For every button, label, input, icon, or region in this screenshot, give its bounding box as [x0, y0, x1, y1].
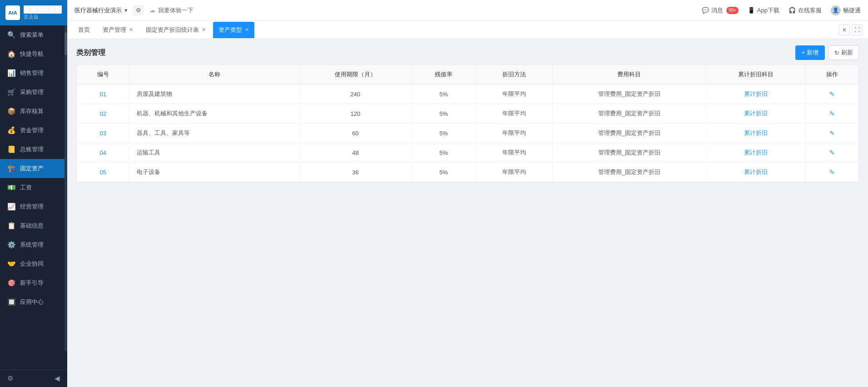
nav-label-fixed-assets: 固定资产 [20, 164, 44, 173]
nav-icon-funds: 💰 [7, 126, 15, 134]
cell-action[interactable]: ✎ [806, 84, 858, 104]
cell-action[interactable]: ✎ [806, 143, 858, 163]
refresh-icon: ↻ [834, 50, 839, 56]
nav-label-guide: 新手引导 [20, 279, 44, 287]
tab-固定资产折旧统计表[interactable]: 固定资产折旧统计表✕ [140, 22, 211, 38]
nav-label-funds: 资金管理 [20, 126, 44, 134]
col-累计折旧科目: 累计折旧科目 [706, 65, 806, 84]
nav-icon-purchase: 🛒 [7, 88, 15, 96]
cell-action[interactable]: ✎ [806, 163, 858, 182]
nav-icon-inventory: 📦 [7, 107, 15, 115]
notifications-badge: 99+ [726, 7, 739, 14]
app-logo: AtA 畅捷通好业财 普及版 [0, 0, 67, 25]
settings-icon[interactable]: ⚙ [7, 374, 13, 382]
tab-close-icon[interactable]: ✕ [202, 27, 206, 33]
sidebar-item-operations[interactable]: 📈 经营管理 [0, 197, 67, 216]
tab-label: 资产类型 [218, 26, 242, 34]
tab-label: 资产管理 [103, 26, 126, 34]
cell-action[interactable]: ✎ [806, 104, 858, 124]
sidebar-item-quick-nav[interactable]: 🏠 快捷导航 [0, 45, 67, 64]
topbar: 医疗器械行业演示 ▾ ⚙ ☁ 我要体验一下 💬 消息 99+ 📱 App下载 🎧… [67, 0, 868, 21]
online-service-item[interactable]: 🎧 在线客服 [789, 6, 822, 15]
experience-btn[interactable]: ☁ 我要体验一下 [149, 6, 193, 15]
cell-expense: 管理费用_固定资产折旧 [553, 104, 706, 124]
tabs-right-controls: ✕ ⛶ [839, 25, 863, 35]
cell-accumulated: 累计折旧 [706, 143, 806, 163]
company-name: 医疗器械行业演示 [74, 6, 122, 15]
tab-首页[interactable]: 首页 [73, 22, 95, 38]
sidebar-item-sales[interactable]: 📊 销售管理 [0, 64, 67, 83]
edit-icon[interactable]: ✎ [829, 90, 835, 98]
col-操作: 操作 [806, 65, 858, 84]
company-selector[interactable]: 医疗器械行业演示 ▾ [74, 6, 128, 15]
tab-资产管理[interactable]: 资产管理✕ [97, 22, 139, 38]
user-avatar: 👤 [831, 5, 841, 15]
sidebar-item-purchase[interactable]: 🛒 采购管理 [0, 83, 67, 102]
tab-close-icon[interactable]: ✕ [129, 27, 133, 33]
refresh-button[interactable]: ↻ 刷新 [828, 45, 859, 60]
nav-label-operations: 经营管理 [20, 203, 44, 211]
new-button[interactable]: + 新增 [795, 45, 825, 60]
company-dropdown-icon[interactable]: ▾ [124, 7, 128, 14]
expand-tab-btn[interactable]: ⛶ [852, 25, 863, 35]
edit-icon[interactable]: ✎ [829, 169, 835, 176]
sidebar-item-fixed-assets[interactable]: 🏗️ 固定资产 [0, 159, 67, 178]
nav-label-purchase: 采购管理 [20, 88, 44, 96]
edit-icon[interactable]: ✎ [829, 129, 835, 137]
cell-residual: 5% [411, 104, 476, 124]
nav-label-search: 搜索菜单 [20, 31, 44, 39]
user-item[interactable]: 👤 畅捷通 [831, 5, 861, 15]
table-row: 04运输工具485%年限平均管理费用_固定资产折旧累计折旧✎ [77, 143, 858, 163]
data-table-container: 编号名称使用期限（月）残值率折旧方法费用科目累计折旧科目操作 01房屋及建筑物2… [76, 64, 859, 182]
app-download-item[interactable]: 📱 App下载 [748, 6, 779, 15]
sidebar-item-funds[interactable]: 💰 资金管理 [0, 121, 67, 140]
sidebar-item-ledger[interactable]: 📒 总账管理 [0, 140, 67, 159]
cell-action[interactable]: ✎ [806, 124, 858, 143]
sidebar-item-inventory[interactable]: 📦 库存核算 [0, 102, 67, 121]
edit-icon[interactable]: ✎ [829, 149, 835, 156]
sidebar-item-system[interactable]: ⚙️ 系统管理 [0, 235, 67, 254]
sidebar-item-guide[interactable]: 🎯 新手引导 [0, 273, 67, 293]
cell-method: 年限平均 [476, 84, 552, 104]
sidebar: AtA 畅捷通好业财 普及版 🔍 搜索菜单 🏠 快捷导航 📊 销售管理 🛒 采购… [0, 0, 67, 387]
col-费用科目: 费用科目 [553, 65, 706, 84]
sidebar-item-basic-info[interactable]: 📋 基础信息 [0, 216, 67, 235]
main-area: 医疗器械行业演示 ▾ ⚙ ☁ 我要体验一下 💬 消息 99+ 📱 App下载 🎧… [67, 0, 868, 387]
topbar-right: 💬 消息 99+ 📱 App下载 🎧 在线客服 👤 畅捷通 [702, 5, 861, 15]
col-使用期限（月）: 使用期限（月） [300, 65, 412, 84]
col-折旧方法: 折旧方法 [476, 65, 552, 84]
cell-residual: 5% [411, 124, 476, 143]
edit-icon[interactable]: ✎ [829, 110, 835, 117]
page-title: 类别管理 [76, 48, 105, 58]
tab-资产类型[interactable]: 资产类型✕ [213, 22, 254, 38]
cell-id: 03 [77, 124, 129, 143]
table-row: 05电子设备365%年限平均管理费用_固定资产折旧累计折旧✎ [77, 163, 858, 182]
tab-label: 首页 [78, 26, 90, 34]
cell-name: 电子设备 [129, 163, 300, 182]
sidebar-item-enterprise[interactable]: 🤝 企业协同 [0, 254, 67, 273]
notifications-item[interactable]: 💬 消息 99+ [702, 6, 739, 15]
col-编号: 编号 [77, 65, 129, 84]
cell-method: 年限平均 [476, 104, 552, 124]
settings-btn[interactable]: ⚙ [133, 5, 144, 15]
nav-icon-app-center: 🔲 [7, 298, 15, 306]
cell-months: 120 [300, 104, 412, 124]
tab-close-icon[interactable]: ✕ [245, 27, 249, 33]
nav-icon-fixed-assets: 🏗️ [7, 164, 15, 173]
collapse-icon[interactable]: ◀ [55, 374, 60, 382]
sidebar-item-app-center[interactable]: 🔲 应用中心 [0, 293, 67, 312]
nav-icon-sales: 📊 [7, 69, 15, 77]
headset-icon: 🎧 [789, 7, 796, 14]
page-header: 类别管理 + 新增 ↻ 刷新 [67, 39, 868, 64]
cell-accumulated: 累计折旧 [706, 104, 806, 124]
sidebar-item-payroll[interactable]: 💵 工资 [0, 178, 67, 197]
cell-residual: 5% [411, 163, 476, 182]
topbar-left: 医疗器械行业演示 ▾ ⚙ ☁ 我要体验一下 [74, 5, 193, 15]
close-tab-btn[interactable]: ✕ [839, 25, 850, 35]
sidebar-nav: 🔍 搜索菜单 🏠 快捷导航 📊 销售管理 🛒 采购管理 📦 库存核算 💰 资金管… [0, 25, 67, 369]
cell-expense: 管理费用_固定资产折旧 [553, 143, 706, 163]
sidebar-item-search[interactable]: 🔍 搜索菜单 [0, 25, 67, 45]
table-row: 02机器、机械和其他生产设备1205%年限平均管理费用_固定资产折旧累计折旧✎ [77, 104, 858, 124]
cell-expense: 管理费用_固定资产折旧 [553, 84, 706, 104]
sidebar-bottom: ⚙ ◀ [0, 369, 67, 387]
